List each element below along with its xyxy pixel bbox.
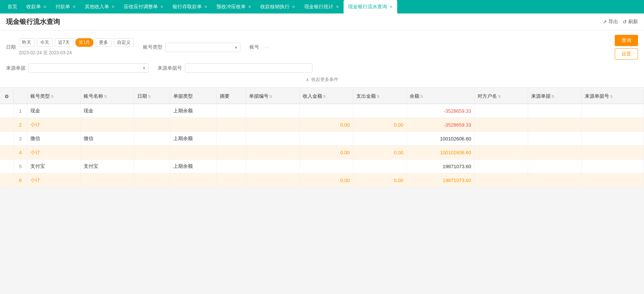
col-header-account_name[interactable]: 账号名称⇅ <box>81 89 134 104</box>
cell-source_doc_no <box>581 132 644 146</box>
sort-icon: ⇅ <box>323 94 326 98</box>
nav-tab-其他收入单[interactable]: 其他收入单✕ <box>80 0 119 13</box>
nav-tab-预收冲应收单[interactable]: 预收冲应收单✕ <box>212 0 256 13</box>
sort-icon: ⇅ <box>104 94 107 98</box>
source-doc-num-label: 来源单据号 <box>158 65 182 72</box>
col-header-account_type[interactable]: 账号类型⇅ <box>27 89 81 104</box>
collapse-label: 收起更多条件 <box>311 76 338 83</box>
account-label: 账号 <box>249 44 259 51</box>
nav-tab-银行存取款单[interactable]: 银行存取款单✕ <box>168 0 212 13</box>
cell-counterpart <box>474 132 528 146</box>
nav-tab-收款核销执行[interactable]: 收款核销执行✕ <box>256 0 300 13</box>
date-option-更多[interactable]: 更多 <box>96 38 111 47</box>
export-icon: ↗ <box>603 19 607 25</box>
source-doc-select[interactable] <box>29 63 149 73</box>
cell-source_doc_no <box>581 118 644 132</box>
cell-account_name <box>81 118 134 132</box>
close-icon[interactable]: ✕ <box>204 4 207 9</box>
collapse-button[interactable]: 收起更多条件 <box>306 76 338 83</box>
account-type-select[interactable] <box>165 43 240 52</box>
date-option-今天[interactable]: 今天 <box>37 38 53 47</box>
cell-expense: 0.00 <box>353 146 407 160</box>
cell-doc_type: 上期余额 <box>170 104 217 118</box>
cell-balance: 19871073.60 <box>407 160 474 173</box>
cell-balance: -3528659.33 <box>407 118 474 132</box>
nav-home[interactable]: 首页 <box>3 0 22 13</box>
cell-income: 0.00 <box>299 118 353 132</box>
cell-doc_no <box>246 132 300 146</box>
settings-button[interactable]: 设置 <box>615 48 638 60</box>
nav-tab-收款单[interactable]: 收款单✕ <box>22 0 51 13</box>
cell-counterpart <box>474 146 528 160</box>
col-header-expense[interactable]: 支出金额⇅ <box>353 89 407 104</box>
close-icon[interactable]: ✕ <box>111 4 115 9</box>
sort-icon: ⇅ <box>551 94 554 98</box>
sort-icon: ⇅ <box>269 94 272 98</box>
cell-doc_type <box>170 173 217 187</box>
date-option-昨天[interactable]: 昨天 <box>19 38 35 47</box>
query-button[interactable]: 查询 <box>615 35 638 46</box>
col-header-income[interactable]: 收入金额⇅ <box>299 89 353 104</box>
account-filter: 账号 ··· <box>249 44 271 51</box>
cell-counterpart <box>474 160 528 173</box>
close-icon[interactable]: ✕ <box>292 4 295 9</box>
cell-expense <box>353 104 407 118</box>
cell-balance: -3528659.33 <box>407 104 474 118</box>
account-dots[interactable]: ··· <box>262 44 271 51</box>
nav-tabs: 收款单✕付款单✕其他收入单✕应收应付调整单✕银行存取款单✕预收冲应收单✕收款核销… <box>22 0 397 13</box>
cell-source_doc <box>528 104 581 118</box>
col-header-num <box>14 89 27 104</box>
cell-doc_type <box>170 146 217 160</box>
date-option-近7天[interactable]: 近7天 <box>55 38 73 47</box>
col-header-source_doc_no[interactable]: 来源单据号⇅ <box>581 89 644 104</box>
close-icon[interactable]: ✕ <box>43 4 47 9</box>
cell-account_type: 小计 <box>27 173 81 187</box>
cell-balance: 19871073.60 <box>407 173 474 187</box>
cell-num: 1 <box>14 104 27 118</box>
col-header-balance[interactable]: 余额⇅ <box>407 89 474 104</box>
export-button[interactable]: ↗ 导出 <box>603 18 618 25</box>
source-doc-num-input[interactable] <box>185 63 312 73</box>
cell-summary <box>217 104 246 118</box>
col-header-source_doc[interactable]: 来源单据⇅ <box>528 89 581 104</box>
close-icon[interactable]: ✕ <box>389 4 393 9</box>
cell-account_type: 支付宝 <box>27 160 81 173</box>
date-section: 昨天今天近7天近1月更多自定义 2023-02-24 至 2023-03-24 <box>19 38 134 56</box>
close-icon[interactable]: ✕ <box>72 4 76 9</box>
table-row: 2小计0.000.00-3528659.33 <box>0 118 644 132</box>
nav-tab-付款单[interactable]: 付款单✕ <box>51 0 80 13</box>
cell-num: 5 <box>14 160 27 173</box>
source-doc-num-filter: 来源单据号 <box>158 63 312 73</box>
cell-counterpart <box>474 104 528 118</box>
col-header-counterpart[interactable]: 对方户名⇅ <box>474 89 528 104</box>
cell-gear <box>0 132 14 146</box>
cell-doc_no <box>246 146 300 160</box>
cell-source_doc_no <box>581 146 644 160</box>
nav-tab-现金银行统计[interactable]: 现金银行统计✕ <box>300 0 344 13</box>
cell-account_type: 小计 <box>27 118 81 132</box>
date-option-近1月[interactable]: 近1月 <box>75 38 94 47</box>
refresh-button[interactable]: ↺ 刷新 <box>623 18 638 25</box>
close-icon[interactable]: ✕ <box>248 4 251 9</box>
cell-account_name <box>81 173 134 187</box>
close-icon[interactable]: ✕ <box>160 4 164 9</box>
date-option-自定义[interactable]: 自定义 <box>114 38 134 47</box>
col-header-doc_no[interactable]: 单据编号⇅ <box>246 89 300 104</box>
cell-source_doc_no <box>581 173 644 187</box>
nav-tab-现金银行流水查询[interactable]: 现金银行流水查询✕ <box>344 0 397 13</box>
top-nav: 首页 收款单✕付款单✕其他收入单✕应收应付调整单✕银行存取款单✕预收冲应收单✕收… <box>0 0 644 13</box>
date-label: 日期 <box>6 44 16 51</box>
cell-doc_type: 上期余额 <box>170 160 217 173</box>
cell-date <box>134 104 170 118</box>
table-row: 5支付宝支付宝上期余额19871073.60 <box>0 160 644 173</box>
close-icon[interactable]: ✕ <box>336 4 339 9</box>
cell-num: 3 <box>14 132 27 146</box>
cell-doc_type: 上期余额 <box>170 132 217 146</box>
table-body: 1现金现金上期余额-3528659.332小计0.000.00-3528659.… <box>0 104 644 187</box>
col-header-date[interactable]: 日期⇅ <box>134 89 170 104</box>
cell-expense <box>353 160 407 173</box>
gear-icon[interactable]: ⚙ <box>5 94 9 99</box>
cell-source_doc <box>528 160 581 173</box>
nav-tab-应收应付调整单[interactable]: 应收应付调整单✕ <box>119 0 168 13</box>
account-type-filter: 账号类型 <box>143 43 240 52</box>
